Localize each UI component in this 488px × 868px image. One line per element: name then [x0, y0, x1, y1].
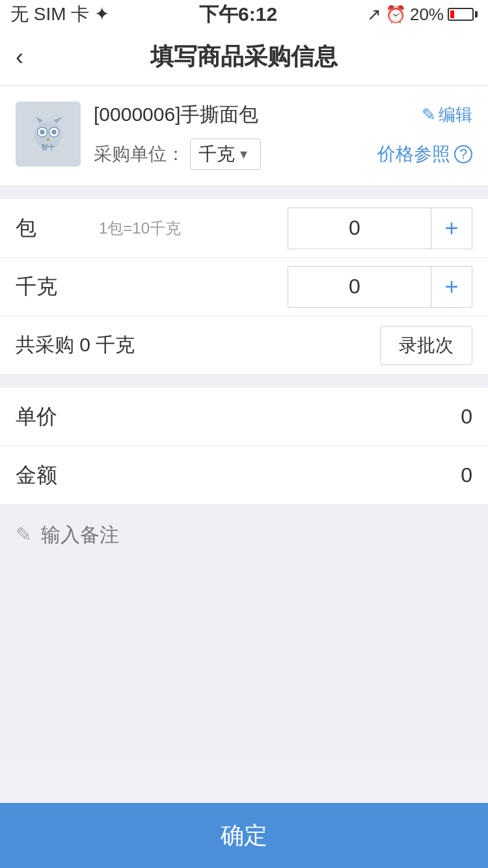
amount-label: 金额 [16, 461, 57, 490]
kg-plus-button[interactable]: + [431, 266, 472, 308]
kg-quantity-input[interactable] [288, 266, 431, 308]
product-info: [0000006]手撕面包 ✎ 编辑 采购单位： 千克 ▾ 价格参照 ? [94, 102, 472, 170]
batch-record-button[interactable]: 录批次 [380, 326, 472, 365]
price-reference-button[interactable]: 价格参照 ? [377, 142, 472, 167]
unit-price-label: 单价 [16, 403, 57, 431]
remark-section: ✎ [0, 505, 488, 564]
confirm-button[interactable]: 确定 [221, 820, 267, 852]
status-right: ↗ ⏰ 20% [367, 5, 478, 25]
alarm-icon: ⏰ [385, 5, 406, 25]
help-circle-icon: ? [454, 145, 472, 163]
total-quantity-text: 共采购 0 千克 [16, 332, 135, 359]
svg-marker-7 [53, 116, 63, 124]
svg-point-4 [51, 129, 57, 135]
bag-label: 包 [16, 214, 94, 243]
product-name-row: [0000006]手撕面包 ✎ 编辑 [94, 102, 472, 128]
confirm-bar[interactable]: 确定 [0, 803, 488, 868]
remark-input[interactable] [41, 524, 472, 546]
kg-input-group: + [288, 266, 472, 308]
kg-input-row: 千克 + [0, 258, 488, 316]
amount-row: 金额 0 [0, 446, 488, 505]
unit-select[interactable]: 千克 ▾ [190, 139, 261, 170]
unit-price-row: 单价 0 [0, 388, 488, 446]
dropdown-arrow-icon: ▾ [240, 146, 247, 163]
product-card: 智十 [0000006]手撕面包 ✎ 编辑 采购单位： 千克 ▾ 价格参照 ? [0, 86, 488, 186]
status-left: 无 SIM 卡 ✦ [10, 2, 109, 27]
price-section: 单价 0 金额 0 [0, 388, 488, 505]
svg-text:智十: 智十 [41, 143, 55, 151]
bag-quantity-input[interactable] [288, 208, 431, 249]
nav-bar: ‹ 填写商品采购信息 [0, 29, 488, 86]
unit-price-value: 0 [461, 405, 472, 429]
product-unit-row: 采购单位： 千克 ▾ 价格参照 ? [94, 139, 472, 170]
product-name: [0000006]手撕面包 [94, 102, 258, 128]
unit-label: 采购单位： 千克 ▾ [94, 139, 261, 170]
svg-point-3 [40, 129, 45, 135]
battery-icon [448, 8, 478, 21]
back-button[interactable]: ‹ [16, 44, 23, 71]
bag-sub-label: 1包=10千克 [99, 218, 181, 239]
edit-icon: ✎ [422, 105, 436, 125]
kg-label: 千克 [16, 273, 94, 301]
sim-status: 无 SIM 卡 ✦ [10, 2, 109, 27]
edit-button[interactable]: ✎ 编辑 [422, 103, 472, 126]
status-bar: 无 SIM 卡 ✦ 下午6:12 ↗ ⏰ 20% [0, 0, 488, 29]
section-divider-1 [0, 186, 488, 199]
content-filler [0, 564, 488, 759]
bag-plus-button[interactable]: + [431, 208, 472, 249]
summary-row: 共采购 0 千克 录批次 [0, 316, 488, 375]
pencil-icon: ✎ [16, 523, 32, 546]
product-thumbnail: 智十 [16, 102, 81, 167]
page-title: 填写商品采购信息 [150, 41, 338, 73]
bag-input-row: 包 1包=10千克 + [0, 199, 488, 258]
location-icon: ↗ [367, 5, 381, 25]
bag-input-group: + [288, 208, 472, 249]
section-divider-2 [0, 375, 488, 388]
battery-percent: 20% [410, 5, 444, 25]
input-section: 包 1包=10千克 + 千克 + 共采购 0 千克 录批次 [0, 199, 488, 375]
svg-marker-6 [36, 116, 44, 124]
status-time: 下午6:12 [199, 1, 277, 28]
product-logo-icon: 智十 [29, 115, 68, 154]
amount-value: 0 [461, 463, 472, 487]
